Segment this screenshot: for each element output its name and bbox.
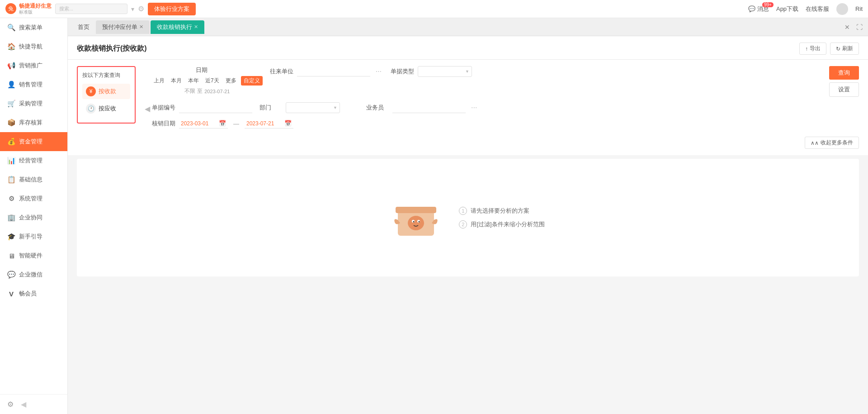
enterprise-icon: 🏢: [7, 214, 15, 222]
industry-solution-button[interactable]: 体验行业方案: [148, 3, 196, 15]
query-type-by-receipt[interactable]: ¥ 按收款: [82, 84, 130, 99]
sidebar-item-basic-info[interactable]: 📋 基础信息: [0, 170, 67, 189]
main-layout: 🔍 搜索菜单 🏠 快捷导航 📢 营销推广 👤 销售管理 🛒 采购管理 📦 库存核…: [0, 18, 868, 414]
dept-select-wrapper: [286, 102, 340, 113]
member-icon: V: [7, 290, 15, 298]
verify-date-to-input[interactable]: [246, 120, 283, 127]
staff-label: 业务员: [366, 104, 389, 112]
sidebar-item-member[interactable]: V 畅会员: [0, 284, 67, 303]
tab-close-all-icon[interactable]: ✕: [843, 22, 852, 33]
operations-icon: 📊: [7, 157, 15, 165]
sidebar-label-system: 系统管理: [19, 195, 42, 203]
search-menu-icon: 🔍: [7, 24, 15, 32]
sidebar-label-enterprise: 企业协同: [19, 214, 42, 222]
tab-prepay[interactable]: 预付冲应付单 ✕: [96, 20, 150, 34]
staff-more-icon[interactable]: ···: [469, 104, 479, 112]
date-shortcut-this-year[interactable]: 本年: [186, 76, 201, 86]
export-button[interactable]: ↑ 导出: [799, 43, 826, 55]
user-avatar[interactable]: [836, 3, 848, 15]
tab-prepay-close-icon[interactable]: ✕: [139, 24, 143, 30]
svg-point-2: [408, 216, 424, 230]
sidebar-item-hardware[interactable]: 🖥 智能硬件: [0, 246, 67, 265]
page-title: 收款核销执行(按收款): [77, 44, 147, 53]
tab-collection-close-icon[interactable]: ✕: [194, 24, 198, 30]
filter-settings-button[interactable]: 设置: [829, 82, 859, 97]
sidebar-item-search-menu[interactable]: 🔍 搜索菜单: [0, 18, 67, 37]
sidebar-gear-button[interactable]: ⚙: [7, 400, 14, 409]
staff-input[interactable]: [392, 103, 466, 113]
search-bar[interactable]: 搜索...: [55, 4, 127, 14]
online-service-link[interactable]: 在线客服: [806, 5, 829, 13]
date-field-group: 日期 上月 本月 本年 近7天 更多 自定义: [152, 66, 263, 95]
empty-hint-1: 1 请先选择要分析的方案: [459, 207, 544, 215]
sidebar-label-sales: 销售管理: [19, 81, 42, 89]
date-unlimited-text: 不限: [184, 87, 195, 95]
date-shortcut-custom[interactable]: 自定义: [241, 76, 263, 86]
tab-bar: 首页 预付冲应付单 ✕ 收款核销执行 ✕ ✕ ⛶: [68, 18, 868, 36]
sidebar-label-purchase: 采购管理: [19, 100, 42, 108]
verify-date-from-input[interactable]: [181, 120, 217, 127]
settings-gear-icon[interactable]: ⚙: [138, 5, 144, 13]
page-content: 收款核销执行(按收款) ↑ 导出 ↻ 刷新 按以: [68, 36, 868, 414]
date-shortcut-more[interactable]: 更多: [224, 76, 238, 86]
query-type-by-payable[interactable]: 🕐 按应收: [82, 101, 130, 116]
sidebar: 🔍 搜索菜单 🏠 快捷导航 📢 营销推广 👤 销售管理 🛒 采购管理 📦 库存核…: [0, 18, 68, 414]
date-shortcut-7days[interactable]: 近7天: [203, 76, 221, 86]
system-icon: ⚙: [7, 195, 15, 203]
sidebar-item-sales[interactable]: 👤 销售管理: [0, 75, 67, 94]
refresh-button[interactable]: ↻ 刷新: [830, 43, 859, 55]
svg-point-5: [413, 221, 415, 223]
verify-date-to-field: 📅: [245, 119, 293, 128]
sales-icon: 👤: [7, 81, 15, 89]
bill-no-input[interactable]: [179, 103, 252, 113]
verify-date-from-calendar-icon[interactable]: 📅: [219, 120, 226, 127]
dept-select[interactable]: [286, 102, 340, 113]
sidebar-item-marketing[interactable]: 📢 营销推广: [0, 56, 67, 75]
empty-state-svg: [391, 195, 441, 240]
message-button[interactable]: 💬 消息 99+: [748, 5, 769, 13]
query-type-title: 按以下方案查询: [82, 71, 130, 79]
sidebar-label-funds: 资金管理: [19, 138, 42, 146]
app-download-link[interactable]: App下载: [776, 5, 798, 13]
counterparty-input[interactable]: [297, 66, 370, 76]
tab-maximize-icon[interactable]: ⛶: [854, 22, 864, 33]
search-placeholder-text: 搜索...: [59, 5, 73, 12]
sidebar-item-inventory[interactable]: 📦 库存核算: [0, 113, 67, 132]
bill-type-field: 单据类型: [391, 66, 481, 77]
sidebar-item-operations[interactable]: 📊 经营管理: [0, 151, 67, 170]
date-label: 日期: [196, 66, 218, 74]
date-range-separator: —: [233, 120, 239, 127]
sidebar-item-system[interactable]: ⚙ 系统管理: [0, 189, 67, 208]
dropdown-arrow-icon[interactable]: ▾: [131, 5, 134, 13]
purchase-icon: 🛒: [7, 100, 15, 108]
collapse-more-button[interactable]: ∧∧ 收起更多条件: [805, 137, 859, 149]
date-shortcut-last-month[interactable]: 上月: [152, 76, 166, 86]
app-logo: 兔 畅捷通好生意 标准版: [5, 3, 52, 14]
sidebar-label-member: 畅会员: [19, 290, 37, 298]
sidebar-item-guide[interactable]: 🎓 新手引导: [0, 227, 67, 246]
sidebar-collapse-button[interactable]: ◀︎: [21, 400, 26, 409]
panel-collapse-arrow[interactable]: ◀: [143, 95, 152, 123]
sidebar-item-wechat[interactable]: 💬 企业微信: [0, 265, 67, 284]
counterparty-more-icon[interactable]: ···: [374, 67, 383, 76]
sidebar-item-purchase[interactable]: 🛒 采购管理: [0, 94, 67, 113]
by-receipt-icon: ¥: [86, 86, 96, 96]
tab-home[interactable]: 首页: [71, 20, 96, 34]
bill-type-label: 单据类型: [391, 67, 414, 76]
bill-no-label: 单据编号: [152, 104, 175, 112]
tab-collection[interactable]: 收款核销执行 ✕: [151, 20, 204, 34]
empty-hints: 1 请先选择要分析的方案 2 用[过滤]条件来缩小分析范围: [459, 207, 544, 228]
verify-date-to-calendar-icon[interactable]: 📅: [284, 120, 292, 127]
verify-date-field: 核销日期 📅 — 📅: [152, 119, 293, 128]
query-button[interactable]: 查询: [829, 66, 859, 80]
svg-point-6: [419, 221, 420, 223]
sidebar-item-quick-nav[interactable]: 🏠 快捷导航: [0, 37, 67, 56]
date-shortcut-this-month[interactable]: 本月: [169, 76, 184, 86]
content-area: 首页 预付冲应付单 ✕ 收款核销执行 ✕ ✕ ⛶ 收款核销执行(按收款) ↑: [68, 18, 868, 414]
sidebar-item-enterprise[interactable]: 🏢 企业协同: [0, 208, 67, 227]
sidebar-item-funds[interactable]: 💰 资金管理: [0, 132, 67, 151]
tab-prepay-label: 预付冲应付单: [102, 23, 137, 31]
refresh-icon: ↻: [836, 46, 840, 52]
collapse-more-up-icon: ∧∧: [811, 140, 819, 146]
bill-type-select[interactable]: [418, 66, 472, 77]
